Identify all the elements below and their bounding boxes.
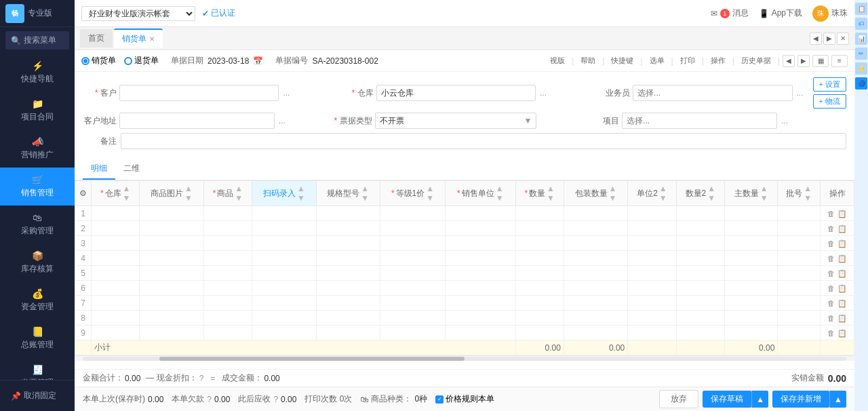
cell-warehouse[interactable] [92, 236, 140, 251]
right-panel-icon-4[interactable]: ✏ [855, 47, 867, 60]
right-panel-icon-1[interactable]: 📋 [855, 3, 867, 15]
cell-qty[interactable] [515, 311, 564, 326]
cell-product[interactable] [203, 326, 252, 340]
list-view-button[interactable]: ≡ [831, 55, 848, 67]
sidebar-item-inventory[interactable]: 📦 库存核算 [0, 243, 75, 281]
save-draft-button[interactable]: 保存草稿 [703, 391, 751, 408]
sidebar-item-invoice[interactable]: 🧾 发票管理 [0, 357, 75, 380]
cell-unit2[interactable] [628, 266, 676, 281]
print-button[interactable]: 打印 [676, 54, 699, 67]
right-panel-icon-6[interactable]: 🔵 [855, 77, 867, 90]
tab-prev-button[interactable]: ◀ [810, 33, 822, 45]
row-copy-icon[interactable]: 📋 [837, 284, 847, 292]
cell-product[interactable] [203, 266, 252, 281]
right-panel-icon-3[interactable]: 📊 [855, 33, 867, 45]
cell-warehouse[interactable] [92, 311, 140, 326]
cell-product[interactable] [203, 311, 252, 326]
cell-barcode[interactable] [252, 236, 316, 251]
cell-product[interactable] [203, 236, 252, 251]
cell-mainqty[interactable] [724, 251, 777, 266]
project-input[interactable] [622, 113, 777, 129]
cell-batchno[interactable] [778, 281, 821, 296]
settings-right-button[interactable]: + 设置 [813, 77, 846, 92]
cell-warehouse[interactable] [92, 221, 140, 236]
cell-barcode[interactable] [252, 326, 316, 340]
cell-unit2[interactable] [628, 296, 676, 311]
cell-saleunit[interactable] [446, 221, 515, 236]
cell-batchno[interactable] [778, 221, 821, 236]
cell-pkgqty[interactable] [564, 236, 627, 251]
cell-qty2[interactable] [676, 221, 724, 236]
cell-qty2[interactable] [676, 236, 724, 251]
cell-product[interactable] [203, 281, 252, 296]
cell-unit2[interactable] [628, 281, 676, 296]
price-rule-checkbox[interactable]: ✓ 价格规则本单 [435, 393, 494, 405]
table-settings-icon[interactable]: ⚙ [79, 189, 87, 198]
save-draft-dropdown-button[interactable]: ▲ [751, 391, 768, 408]
salesperson-input[interactable] [633, 85, 792, 101]
sidebar-item-sales[interactable]: 🛒 销售管理 [0, 168, 75, 206]
row-copy-icon[interactable]: 📋 [837, 239, 847, 248]
cell-mainqty[interactable] [724, 266, 777, 281]
cell-product[interactable] [203, 206, 252, 221]
row-delete-icon[interactable]: 🗑 [827, 254, 835, 262]
operations-button[interactable]: 操作 [707, 54, 730, 67]
warehouse-input[interactable] [376, 85, 536, 101]
right-panel-icon-2[interactable]: 🏷 [855, 18, 867, 30]
address-input[interactable] [119, 113, 275, 129]
cell-warehouse[interactable] [92, 206, 140, 221]
save-new-button[interactable]: 保存并新增 [772, 391, 829, 408]
invoice-type-select[interactable]: 不开票 ▼ [375, 113, 537, 129]
logistics-button[interactable]: + 物流 [813, 94, 846, 109]
cell-barcode[interactable] [252, 296, 316, 311]
cell-unit2[interactable] [628, 236, 676, 251]
customer-input[interactable] [119, 85, 279, 101]
cell-spec[interactable] [316, 281, 380, 296]
cell-qty[interactable] [515, 221, 564, 236]
remark-input[interactable] [121, 133, 846, 149]
cell-image[interactable] [140, 221, 203, 236]
project-ellipsis[interactable]: ... [781, 116, 788, 125]
cell-spec[interactable] [316, 296, 380, 311]
row-delete-icon[interactable]: 🗑 [827, 329, 835, 337]
cell-spec[interactable] [316, 311, 380, 326]
cell-qty[interactable] [515, 251, 564, 266]
cell-batchno[interactable] [778, 206, 821, 221]
cell-price[interactable] [380, 236, 445, 251]
cell-price[interactable] [380, 206, 445, 221]
app-download-button[interactable]: 📱 App下载 [759, 7, 802, 19]
cell-spec[interactable] [316, 251, 380, 266]
cell-mainqty[interactable] [724, 236, 777, 251]
sidebar-item-quicknav[interactable]: ⚡ 快捷导航 [0, 54, 75, 92]
cell-qty2[interactable] [676, 281, 724, 296]
cell-batchno[interactable] [778, 251, 821, 266]
cell-saleunit[interactable] [446, 251, 515, 266]
calendar-icon[interactable]: 📅 [253, 56, 263, 66]
grid-view-button[interactable]: ▦ [812, 55, 829, 67]
cell-saleunit[interactable] [446, 281, 515, 296]
company-select[interactable]: 好业财专业版演示帐套 [81, 6, 195, 21]
row-delete-icon[interactable]: 🗑 [827, 269, 835, 277]
cell-batchno[interactable] [778, 326, 821, 340]
cell-pkgqty[interactable] [564, 311, 627, 326]
cell-warehouse[interactable] [92, 251, 140, 266]
cell-qty2[interactable] [676, 251, 724, 266]
cell-pkgqty[interactable] [564, 281, 627, 296]
cell-price[interactable] [380, 281, 445, 296]
tab-close-icon[interactable]: ✕ [149, 35, 155, 43]
cell-pkgqty[interactable] [564, 266, 627, 281]
cell-saleunit[interactable] [446, 266, 515, 281]
cell-image[interactable] [140, 236, 203, 251]
cell-price[interactable] [380, 326, 445, 340]
cell-qty2[interactable] [676, 266, 724, 281]
cell-image[interactable] [140, 281, 203, 296]
cell-spec[interactable] [316, 221, 380, 236]
form-prev-button[interactable]: ◀ [783, 55, 795, 67]
tab-sales-order[interactable]: 销货单 ✕ [114, 28, 163, 48]
sidebar-item-accounts[interactable]: 📒 总账管理 [0, 319, 75, 357]
cell-spec[interactable] [316, 326, 380, 340]
tab-home[interactable]: 首页 [80, 29, 113, 47]
cell-unit2[interactable] [628, 206, 676, 221]
help-button[interactable]: 帮助 [576, 54, 599, 67]
row-copy-icon[interactable]: 📋 [837, 210, 847, 218]
